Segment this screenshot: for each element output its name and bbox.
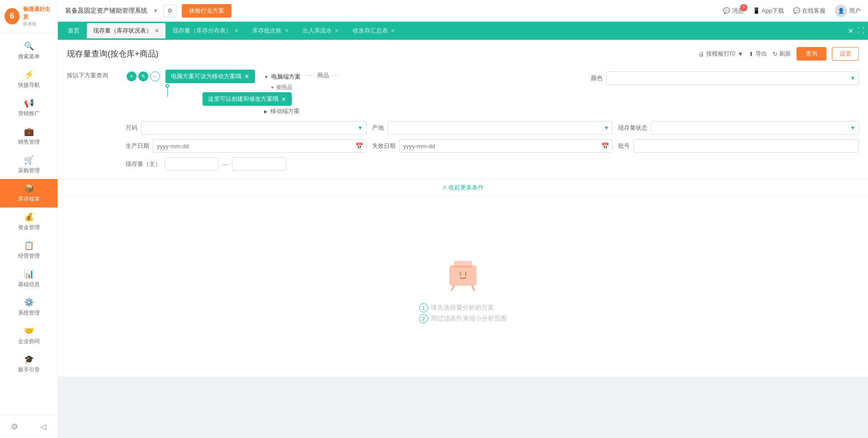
sidebar-item-sales[interactable]: 💼 销售管理 — [0, 122, 57, 151]
user-btn[interactable]: 👤 用户 — [835, 5, 861, 17]
maximize-btn[interactable]: ⛶ — [857, 27, 864, 35]
settings-bottom-btn[interactable]: ⚙ — [8, 419, 21, 434]
color-select[interactable] — [606, 71, 859, 85]
edit-scheme-btn[interactable]: ✎ — [138, 71, 148, 81]
expiry-date-input[interactable] — [399, 139, 613, 153]
refresh-btn[interactable]: ↻ 刷新 — [773, 50, 791, 58]
operation-nav-icon: 📋 — [24, 240, 34, 250]
sidebar-item-label-enterprise: 企业协同 — [18, 338, 40, 345]
prod-date-calendar-icon[interactable]: 📅 — [355, 142, 363, 150]
origin-select[interactable] — [387, 121, 613, 135]
sidebar-item-marketing[interactable]: 📢 营销推广 — [0, 94, 57, 122]
page-actions: 🖨 按模板打印 ▼ ⬆ 导出 ↻ 刷新 查询 设置 — [698, 47, 859, 61]
industry-btn[interactable]: 体验行业方案 — [182, 4, 231, 18]
tab-home[interactable]: 首页 — [61, 23, 86, 38]
dots-product: ··· — [333, 71, 339, 80]
app-download-btn[interactable]: 📱 App下载 — [753, 7, 784, 15]
tab-close-icon-2[interactable]: ✕ — [234, 28, 239, 34]
tab-inventory-status-label: 现存量（库存状况表） — [93, 27, 152, 35]
sidebar-nav: 🔍 搜索菜单 ⚡ 快捷导航 📢 营销推广 💼 销售管理 🛒 采购管理 📦 库存核… — [0, 33, 57, 415]
filter-area: 按以下方案查询 + ✎ ← 电脑方案可设为移动方案哦 ✕ — [58, 64, 868, 179]
mobile-scheme-label: 移动端方案 — [270, 107, 300, 115]
export-btn[interactable]: ⬆ 导出 — [749, 50, 767, 58]
stock-range-separator: — — [222, 161, 228, 168]
message-badge: 9 — [740, 4, 747, 11]
prod-date-input[interactable] — [153, 139, 367, 153]
step1-text: 请先选择要分析的方案 — [431, 304, 494, 312]
online-service-btn[interactable]: 💬 在线客服 — [793, 7, 826, 15]
sidebar-item-operation[interactable]: 📋 经营管理 — [0, 236, 57, 264]
stock-min-input[interactable] — [165, 157, 219, 171]
empty-steps: 1 请先选择要分析的方案 2 用过滤条件来缩小分析范围 — [419, 301, 507, 325]
sidebar-item-label-finance: 资金管理 — [18, 224, 40, 231]
topbar: 装备及固定资产辅助管理系统 ▼ ⚙ 体验行业方案 💬 消息 9 📱 App下载 … — [58, 0, 868, 22]
tab-close-icon-3[interactable]: ✕ — [284, 28, 289, 34]
collapse-btn[interactable]: ∧ 收起更多条件 — [58, 179, 868, 195]
sidebar-item-guide[interactable]: ⚡ 快捷导航 — [0, 65, 57, 94]
batch-input[interactable] — [633, 139, 859, 153]
svg-line-6 — [472, 286, 474, 290]
tab-inventory-status[interactable]: 现存量（库存状况表） ✕ — [87, 23, 165, 38]
app-download-label: App下载 — [762, 7, 784, 15]
tab-inventory-dist-label: 现存量（库存分布表） — [173, 27, 231, 35]
size-field-label: 尺码 — [126, 124, 137, 132]
query-button[interactable]: 查询 — [797, 47, 826, 61]
sidebar-item-finance[interactable]: 💰 资金管理 — [0, 207, 57, 236]
scheme-tree-desktop[interactable]: ▼ 电脑端方案 — [264, 71, 301, 82]
tab-close-icon-5[interactable]: ✕ — [391, 28, 395, 34]
sidebar-item-label-marketing: 营销推广 — [18, 110, 40, 118]
sidebar-item-system[interactable]: ⚙️ 系统管理 — [0, 293, 57, 321]
tab-close-icon-1[interactable]: ✕ — [155, 28, 159, 34]
stock-status-field-label: 现存量状态 — [618, 124, 647, 132]
step1-num: 1 — [419, 303, 428, 312]
sidebar-item-label-system: 系统管理 — [18, 309, 40, 317]
dropdown-arrow-icon: ▼ — [153, 8, 158, 14]
sidebar-item-newbie[interactable]: 🎓 新手引导 — [0, 350, 57, 378]
scheme-tree-child-1[interactable]: 按照品 — [271, 82, 301, 93]
collapse-up-icon: ∧ — [442, 184, 447, 191]
sidebar-item-inventory[interactable]: 📦 库存核算 — [0, 179, 57, 207]
stock-status-select[interactable] — [651, 121, 859, 135]
sidebar-item-enterprise[interactable]: 🤝 企业协同 — [0, 321, 57, 350]
export-label: 导出 — [755, 50, 767, 58]
settings-button[interactable]: 设置 — [832, 47, 859, 61]
service-icon: 💬 — [793, 7, 800, 14]
sidebar-item-label-sales: 销售管理 — [18, 138, 40, 146]
brand-name: 畅捷通好生意 — [23, 5, 53, 21]
tab-flow[interactable]: 出入库流水 ✕ — [296, 23, 345, 38]
print-btn[interactable]: 🖨 按模板打印 ▼ — [698, 50, 743, 58]
print-label: 按模板打印 — [706, 50, 736, 58]
collapse-bottom-btn[interactable]: ◁ — [38, 419, 49, 434]
edit-tooltip-text: 这里可以创建和修改方案哦 — [208, 95, 278, 103]
add-scheme-btn[interactable]: + — [127, 71, 137, 81]
tab-batch-account[interactable]: 库存批次账 ✕ — [246, 23, 295, 38]
tab-close-icon-4[interactable]: ✕ — [335, 28, 339, 34]
tab-inventory-dist[interactable]: 现存量（库存分布表） ✕ — [166, 23, 245, 38]
step2-num: 2 — [419, 314, 428, 323]
page-header: 现存量查询(按仓库+商品) 🖨 按模板打印 ▼ ⬆ 导出 ↻ 刷新 — [58, 40, 868, 64]
scheme-tree-mobile[interactable]: ▶ 移动端方案 — [264, 106, 301, 117]
marketing-nav-icon: 📢 — [24, 98, 34, 108]
main-area: 装备及固定资产辅助管理系统 ▼ ⚙ 体验行业方案 💬 消息 9 📱 App下载 … — [58, 0, 868, 438]
sidebar-item-purchase[interactable]: 🛒 采购管理 — [0, 151, 57, 179]
desktop-scheme-label: 电脑端方案 — [271, 73, 301, 81]
size-select[interactable] — [141, 121, 367, 135]
back-scheme-btn[interactable]: ← — [150, 71, 160, 81]
print-arrow-icon: ▼ — [737, 51, 743, 57]
scheme-tooltip-close[interactable]: ✕ — [244, 73, 250, 80]
message-btn[interactable]: 💬 消息 9 — [723, 7, 744, 15]
message-icon: 💬 — [723, 7, 730, 14]
sidebar-item-search[interactable]: 🔍 搜索菜单 — [0, 37, 57, 65]
filter-scheme-label: 按以下方案查询 — [67, 71, 108, 80]
gear-button[interactable]: ⚙ — [164, 5, 176, 17]
stock-max-input[interactable] — [232, 157, 286, 171]
scheme-tooltip-text: 电脑方案可设为移动方案哦 — [171, 72, 241, 80]
expiry-date-calendar-icon[interactable]: 📅 — [601, 142, 609, 150]
tab-summary[interactable]: 收发存汇总表 ✕ — [346, 23, 401, 38]
edit-tooltip-close[interactable]: ✕ — [281, 96, 286, 103]
tab-summary-label: 收发存汇总表 — [353, 27, 388, 35]
sidebar-item-basic[interactable]: 📊 基础信息 — [0, 264, 57, 293]
page-title: 现存量查询(按仓库+商品) — [67, 48, 159, 59]
close-all-btn[interactable]: ✕ — [848, 27, 854, 35]
topbar-right: 💬 消息 9 📱 App下载 💬 在线客服 👤 用户 — [723, 5, 861, 17]
